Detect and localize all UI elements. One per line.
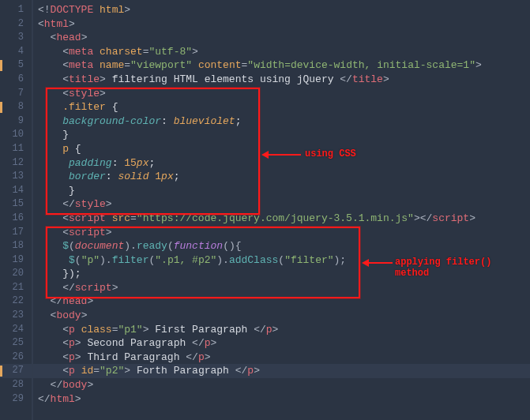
token-txt: { bbox=[106, 101, 118, 113]
token-punc: </ bbox=[254, 324, 266, 336]
token-attr: src bbox=[112, 212, 130, 224]
token-punc: < bbox=[38, 309, 56, 321]
token-txt bbox=[38, 240, 62, 252]
line-number: 16 bbox=[0, 212, 32, 226]
code-line[interactable]: <html> bbox=[33, 17, 530, 32]
token-kw: function bbox=[174, 240, 223, 252]
token-txt bbox=[38, 171, 69, 182]
token-sel: .filter bbox=[62, 101, 106, 113]
token-txt bbox=[38, 115, 62, 127]
line-number: 8 bbox=[0, 100, 32, 114]
token-punc: > bbox=[143, 324, 149, 336]
code-line[interactable]: <title> filtering HTML elements using jQ… bbox=[33, 73, 530, 87]
token-prop: background-color bbox=[62, 115, 161, 127]
token-val: solid bbox=[118, 171, 148, 182]
token-attr: content bbox=[198, 59, 242, 71]
token-punc: ( bbox=[75, 254, 81, 266]
code-line[interactable]: .filter { bbox=[33, 100, 530, 114]
token-txt bbox=[75, 365, 81, 377]
line-number: 27 bbox=[0, 364, 32, 378]
token-punc: ( bbox=[69, 240, 75, 252]
token-punc: ( bbox=[278, 254, 284, 266]
code-line[interactable]: <script> bbox=[33, 226, 530, 240]
token-txt: } bbox=[38, 185, 75, 197]
token-txt: ; bbox=[235, 115, 242, 127]
token-punc: < bbox=[38, 212, 69, 224]
token-txt bbox=[192, 59, 198, 71]
code-line[interactable]: </body> bbox=[33, 378, 530, 392]
token-punc: > bbox=[124, 4, 130, 16]
token-punc: > bbox=[100, 88, 106, 99]
line-number: 10 bbox=[0, 128, 32, 142]
token-txt: Forth Paragraph bbox=[130, 365, 235, 377]
code-line[interactable]: <p id="p2"> Forth Paragraph </p> bbox=[33, 364, 530, 378]
token-punc: > bbox=[211, 337, 217, 349]
code-line[interactable]: <!DOCTYPE html> bbox=[33, 3, 530, 17]
code-line[interactable]: border: solid 1px; bbox=[33, 170, 530, 184]
line-number: 11 bbox=[0, 142, 32, 156]
token-punc: </ bbox=[38, 393, 51, 405]
token-val: px bbox=[161, 171, 174, 182]
code-line[interactable]: <p> Second Paragraph </p> bbox=[33, 336, 530, 351]
code-line[interactable]: <body> bbox=[33, 309, 530, 323]
token-val: blueviolet bbox=[174, 115, 235, 127]
line-number: 28 bbox=[0, 378, 32, 392]
code-line[interactable]: </script> bbox=[33, 281, 530, 295]
token-punc: < bbox=[38, 32, 56, 43]
token-punc: < bbox=[38, 227, 69, 238]
code-line[interactable]: } bbox=[33, 184, 530, 198]
code-line[interactable]: <p class="p1"> First Paragraph </p> bbox=[33, 323, 530, 337]
token-txt bbox=[38, 143, 62, 155]
token-str: ".p1, #p2" bbox=[155, 254, 216, 266]
token-punc: = bbox=[124, 59, 130, 71]
code-line[interactable]: padding: 15px; bbox=[33, 156, 530, 171]
token-punc: ( bbox=[167, 240, 174, 252]
line-number: 13 bbox=[0, 170, 32, 184]
code-line[interactable]: <head> bbox=[33, 31, 530, 45]
token-txt bbox=[38, 101, 62, 113]
code-line[interactable]: </style> bbox=[33, 197, 530, 212]
token-punc: > bbox=[106, 198, 112, 210]
token-punc: </ bbox=[38, 295, 62, 307]
token-jq: $ bbox=[62, 240, 69, 252]
line-number: 22 bbox=[0, 294, 32, 309]
token-txt: filtering HTML elements using jQuery bbox=[106, 73, 340, 85]
token-punc: > bbox=[112, 282, 118, 294]
token-txt: First Paragraph bbox=[149, 324, 254, 336]
token-attr: id bbox=[81, 365, 94, 377]
code-line[interactable]: $(document).ready(function(){ bbox=[33, 239, 530, 253]
token-tag: p bbox=[69, 324, 75, 336]
token-txt: Third Paragragh bbox=[81, 351, 186, 363]
code-line[interactable]: <p> Third Paragragh </p> bbox=[33, 351, 530, 365]
code-line[interactable]: <script src="https://code.jquery.com/jqu… bbox=[33, 212, 530, 226]
token-punc: > bbox=[106, 227, 112, 238]
annotation-label-css: using CSS bbox=[305, 148, 356, 159]
token-tag: script bbox=[69, 227, 106, 238]
token-num: 15 bbox=[124, 157, 137, 169]
token-punc: > bbox=[475, 59, 482, 71]
line-number: 29 bbox=[0, 392, 32, 407]
code-line[interactable]: <meta name="viewport" content="width=dev… bbox=[33, 58, 530, 73]
code-line[interactable]: background-color: blueviolet; bbox=[33, 114, 530, 129]
code-area[interactable]: <!DOCTYPE html><html> <head> <meta chars… bbox=[33, 0, 530, 420]
code-line[interactable]: </head> bbox=[33, 294, 530, 309]
token-punc: <! bbox=[38, 4, 51, 16]
token-punc: > bbox=[75, 393, 81, 405]
line-number: 23 bbox=[0, 309, 32, 323]
token-punc: </ bbox=[38, 198, 75, 210]
line-number: 26 bbox=[0, 351, 32, 365]
token-punc: </ bbox=[186, 351, 198, 363]
code-line[interactable]: </html> bbox=[33, 392, 530, 407]
token-str: "utf-8" bbox=[148, 46, 192, 58]
code-line[interactable]: <style> bbox=[33, 87, 530, 101]
token-attr: html bbox=[100, 4, 124, 16]
token-punc: > bbox=[383, 73, 389, 85]
token-num: 1 bbox=[155, 171, 161, 182]
line-number: 25 bbox=[0, 336, 32, 351]
token-txt: Second Paragraph bbox=[81, 337, 192, 349]
code-line[interactable]: } bbox=[33, 128, 530, 142]
token-punc: > bbox=[469, 212, 475, 224]
code-line[interactable]: <meta charset="utf-8"> bbox=[33, 45, 530, 59]
token-tag: body bbox=[62, 379, 87, 391]
token-punc: > bbox=[75, 337, 81, 349]
